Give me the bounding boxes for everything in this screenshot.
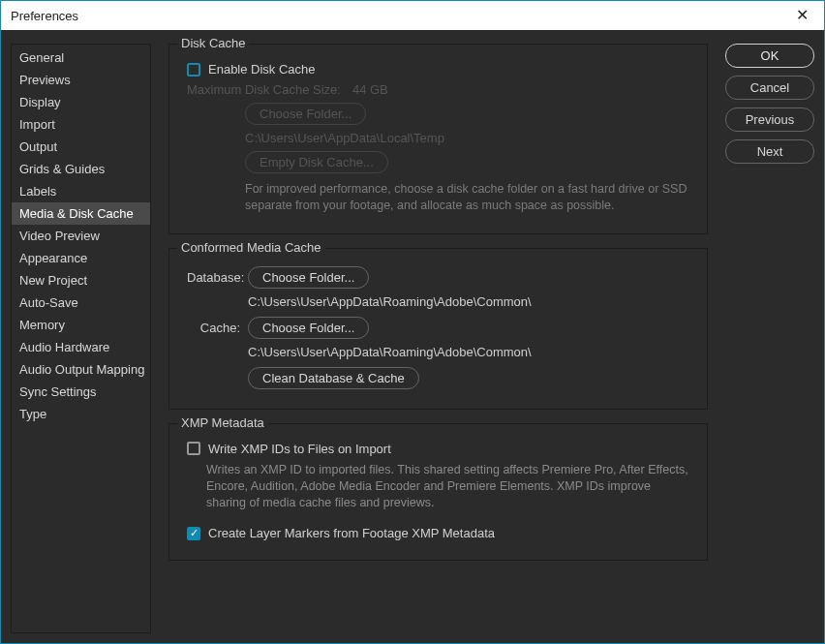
xmp-metadata-title: XMP Metadata bbox=[177, 415, 268, 430]
sidebar-item-audio-output-mapping[interactable]: Audio Output Mapping bbox=[12, 358, 150, 381]
close-icon[interactable]: ✕ bbox=[787, 1, 816, 30]
disk-cache-folder-row: Choose Folder... bbox=[245, 103, 689, 125]
window-body: General Previews Display Import Output G… bbox=[1, 30, 824, 643]
empty-disk-cache-button: Empty Disk Cache... bbox=[245, 151, 388, 173]
empty-disk-cache-row: Empty Disk Cache... bbox=[245, 151, 689, 173]
previous-button[interactable]: Previous bbox=[725, 107, 814, 132]
enable-disk-cache-row: Enable Disk Cache bbox=[187, 62, 689, 77]
sidebar-item-import[interactable]: Import bbox=[12, 113, 150, 136]
layer-markers-row: ✓ Create Layer Markers from Footage XMP … bbox=[187, 526, 689, 540]
sidebar-item-type[interactable]: Type bbox=[12, 403, 150, 425]
write-xmp-label: Write XMP IDs to Files on Import bbox=[208, 442, 391, 456]
conformed-cache-group: Conformed Media Cache Database: Choose F… bbox=[168, 248, 708, 410]
sidebar-item-new-project[interactable]: New Project bbox=[12, 269, 150, 291]
database-row: Database: Choose Folder... bbox=[187, 266, 689, 289]
layer-markers-label: Create Layer Markers from Footage XMP Me… bbox=[208, 526, 495, 540]
sidebar-item-memory[interactable]: Memory bbox=[12, 314, 150, 336]
database-path: C:\Users\User\AppData\Roaming\Adobe\Comm… bbox=[248, 294, 532, 309]
max-cache-size-value: 44 GB bbox=[352, 82, 388, 97]
ok-button[interactable]: OK bbox=[725, 44, 814, 68]
disk-cache-help-row: For improved performance, choose a disk … bbox=[245, 181, 689, 214]
cache-label: Cache: bbox=[187, 321, 240, 335]
clean-database-cache-button[interactable]: Clean Database & Cache bbox=[248, 367, 419, 389]
cache-choose-folder-button[interactable]: Choose Folder... bbox=[248, 317, 369, 339]
sidebar-item-audio-hardware[interactable]: Audio Hardware bbox=[12, 336, 150, 358]
database-choose-folder-button[interactable]: Choose Folder... bbox=[248, 266, 369, 289]
disk-cache-path: C:\Users\User\AppData\Local\Temp bbox=[245, 131, 444, 145]
sidebar-item-display[interactable]: Display bbox=[12, 91, 150, 113]
sidebar-item-auto-save[interactable]: Auto-Save bbox=[12, 291, 150, 314]
sidebar-item-previews[interactable]: Previews bbox=[12, 69, 150, 91]
conformed-cache-title: Conformed Media Cache bbox=[177, 240, 325, 255]
write-xmp-row: Write XMP IDs to Files on Import bbox=[187, 442, 689, 456]
cache-path-row: C:\Users\User\AppData\Roaming\Adobe\Comm… bbox=[248, 345, 689, 359]
cancel-button[interactable]: Cancel bbox=[725, 76, 814, 100]
enable-disk-cache-label: Enable Disk Cache bbox=[208, 62, 316, 77]
max-cache-size-row: Maximum Disk Cache Size: 44 GB bbox=[187, 82, 689, 97]
database-label: Database: bbox=[187, 270, 240, 285]
preferences-window: Preferences ✕ General Previews Display I… bbox=[0, 0, 825, 644]
sidebar-item-grids-guides[interactable]: Grids & Guides bbox=[12, 158, 150, 180]
disk-cache-choose-folder-button: Choose Folder... bbox=[245, 103, 366, 125]
sidebar-item-video-preview[interactable]: Video Preview bbox=[12, 225, 150, 247]
layer-markers-checkbox[interactable]: ✓ bbox=[187, 527, 200, 540]
sidebar-item-appearance[interactable]: Appearance bbox=[12, 247, 150, 269]
enable-disk-cache-checkbox[interactable] bbox=[187, 63, 200, 77]
xmp-metadata-group: XMP Metadata Write XMP IDs to Files on I… bbox=[168, 423, 708, 562]
disk-cache-title: Disk Cache bbox=[177, 36, 249, 50]
max-cache-size-label: Maximum Disk Cache Size: bbox=[187, 82, 341, 97]
actions-column: OK Cancel Previous Next bbox=[725, 44, 814, 633]
database-path-row: C:\Users\User\AppData\Roaming\Adobe\Comm… bbox=[248, 294, 689, 309]
sidebar-item-general[interactable]: General bbox=[12, 46, 150, 69]
write-xmp-help: Writes an XMP ID to imported files. This… bbox=[206, 462, 689, 511]
cache-row: Cache: Choose Folder... bbox=[187, 317, 689, 339]
disk-cache-path-row: C:\Users\User\AppData\Local\Temp bbox=[245, 131, 689, 145]
sidebar-item-labels[interactable]: Labels bbox=[12, 180, 150, 202]
sidebar: General Previews Display Import Output G… bbox=[11, 44, 151, 633]
clean-db-row: Clean Database & Cache bbox=[248, 367, 689, 389]
cache-path: C:\Users\User\AppData\Roaming\Adobe\Comm… bbox=[248, 345, 532, 359]
disk-cache-group: Disk Cache Enable Disk Cache Maximum Dis… bbox=[168, 44, 708, 234]
titlebar: Preferences ✕ bbox=[1, 1, 824, 30]
next-button[interactable]: Next bbox=[725, 139, 814, 164]
write-xmp-checkbox[interactable] bbox=[187, 442, 200, 455]
window-title: Preferences bbox=[11, 9, 78, 23]
disk-cache-help-text: For improved performance, choose a disk … bbox=[245, 181, 689, 214]
main-panel: Disk Cache Enable Disk Cache Maximum Dis… bbox=[168, 44, 708, 633]
sidebar-item-media-disk-cache[interactable]: Media & Disk Cache bbox=[12, 202, 150, 225]
sidebar-item-output[interactable]: Output bbox=[12, 136, 150, 158]
sidebar-item-sync-settings[interactable]: Sync Settings bbox=[12, 381, 150, 403]
